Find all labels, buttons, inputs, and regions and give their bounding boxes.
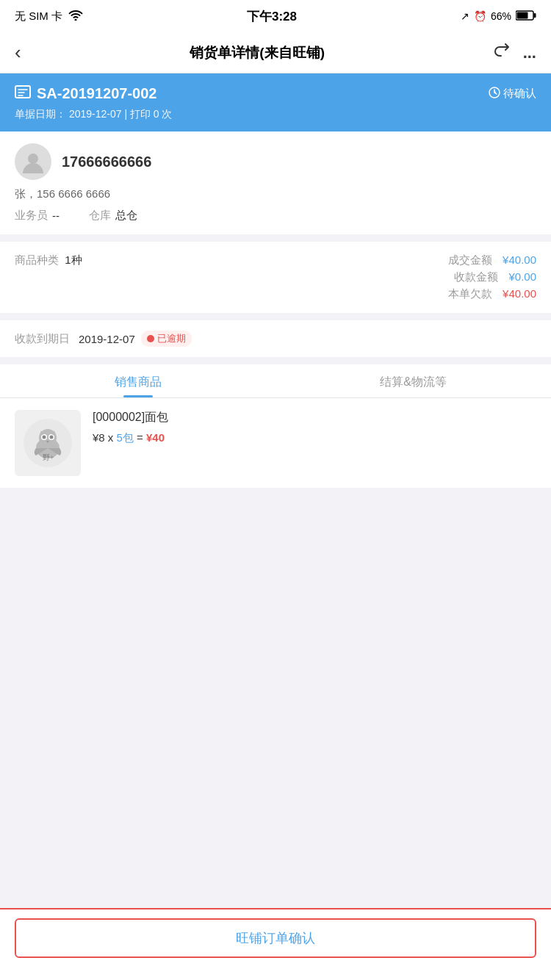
svg-point-5 [28,154,38,164]
debt-amount-value: ¥40.00 [503,287,536,301]
nav-bar: ‹ 销货单详情(来自旺铺) ... [0,32,551,73]
share-icon[interactable] [494,43,510,62]
svg-point-11 [43,436,46,439]
product-types-label: 商品种类 [15,253,59,266]
debt-amount-label: 本单欠款 [448,287,492,301]
price-total: ¥40 [146,431,165,444]
content-area [0,495,551,642]
location-icon: ↗ [461,10,469,22]
due-date-card: 收款到期日 2019-12-07 已逾期 [0,320,551,357]
confirm-button-label: 旺铺订单确认 [236,929,315,947]
product-card: 野+ [0000002]面包 ¥8 x 5包 = ¥40 [0,398,551,488]
transaction-amount-value: ¥40.00 [503,253,536,267]
salesman-info: 业务员 -- [15,209,60,223]
product-types-value: 1种 [65,253,82,266]
overdue-dot-icon [147,335,154,342]
product-name: [0000002]面包 [93,410,536,425]
avatar [15,143,51,180]
tab-settlement-logistics[interactable]: 结算&物流等 [276,364,551,397]
svg-rect-1 [533,13,536,18]
confirm-order-button[interactable]: 旺铺订单确认 [15,918,536,958]
received-amount-label: 收款金额 [454,270,498,284]
bottom-bar: 旺铺订单确认 [0,908,551,980]
salesman-value: -- [52,209,60,222]
carrier-text: 无 SIM 卡 [15,10,62,24]
nav-actions: ... [494,43,536,62]
customer-card: 17666666666 张，156 6666 6666 业务员 -- 仓库 总仓 [0,131,551,234]
due-date-value: 2019-12-07 [79,333,135,345]
order-id: SA-20191207-002 [15,85,156,102]
product-info: [0000002]面包 ¥8 x 5包 = ¥40 [93,410,536,445]
product-types: 商品种类 1种 [15,253,82,267]
summary-card: 商品种类 1种 成交金额 ¥40.00 收款金额 ¥0.00 本单欠款 ¥40.… [0,242,551,313]
more-icon[interactable]: ... [523,43,536,62]
order-status: 待确认 [489,87,536,101]
battery-text: 66% [491,10,511,22]
svg-rect-2 [516,12,527,18]
tab-sales-products[interactable]: 销售商品 [0,364,276,397]
overdue-badge: 已逾期 [141,331,192,347]
order-doc-icon [15,85,31,102]
svg-text:野+: 野+ [43,453,54,461]
status-bar: 无 SIM 卡 下午3:28 ↗ ⏰ 66% [0,0,551,32]
overdue-text: 已逾期 [157,332,186,345]
salesman-label: 业务员 [15,209,48,223]
clock-icon [489,87,500,101]
warehouse-label: 仓库 [89,209,111,223]
multiply-sign: x [108,431,117,444]
customer-name: 张，156 6666 6666 [15,187,536,201]
status-right: ↗ ⏰ 66% [461,10,536,23]
quantity: 5包 [117,431,134,444]
warehouse-value: 总仓 [115,209,137,223]
order-date: 单据日期： 2019-12-07 | 打印 0 次 [15,108,536,121]
received-amount-value: ¥0.00 [508,270,536,284]
order-header: SA-20191207-002 待确认 单据日期： 2019-12-07 | 打… [0,73,551,131]
status-left: 无 SIM 卡 [15,10,83,24]
amounts: 成交金额 ¥40.00 收款金额 ¥0.00 本单欠款 ¥40.00 [448,253,536,301]
battery-icon [516,10,536,23]
product-price: ¥8 x 5包 = ¥40 [93,431,536,445]
price-unit: ¥8 [93,431,105,444]
customer-meta: 业务员 -- 仓库 总仓 [15,209,536,223]
page-title: 销货单详情(来自旺铺) [190,43,325,62]
back-button[interactable]: ‹ [15,41,21,64]
transaction-amount-label: 成交金额 [448,253,492,267]
tabs-container: 销售商品 结算&物流等 [0,364,551,398]
status-time: 下午3:28 [247,8,297,25]
customer-phone: 17666666666 [62,154,151,170]
svg-point-12 [50,436,54,439]
wifi-icon [68,10,83,23]
due-date-label: 收款到期日 [15,332,70,346]
warehouse-info: 仓库 总仓 [89,209,137,223]
equals-sign: = [137,431,146,444]
alarm-icon: ⏰ [474,10,486,22]
tabs: 销售商品 结算&物流等 [0,364,551,397]
product-image: 野+ [15,410,81,476]
